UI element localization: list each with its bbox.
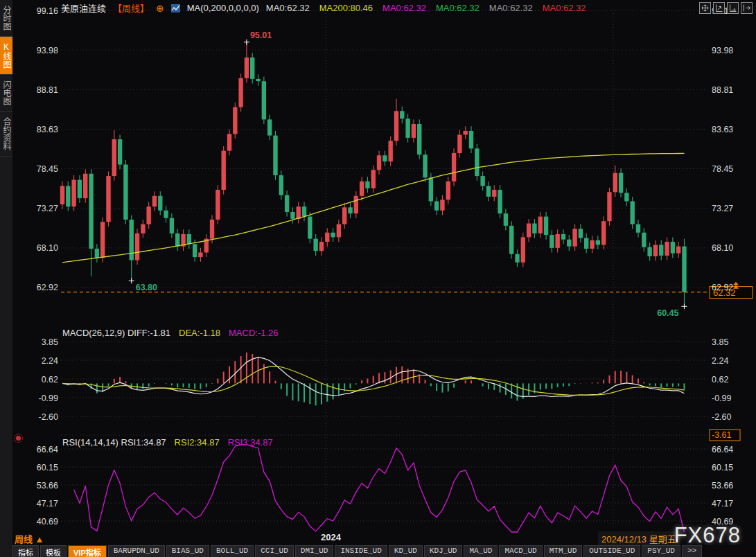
svg-text:47.17: 47.17 (37, 499, 58, 509)
svg-text:3.85: 3.85 (42, 337, 58, 347)
svg-text:68.10: 68.10 (37, 243, 58, 253)
svg-text:2.24: 2.24 (42, 356, 58, 366)
svg-text:73.27: 73.27 (712, 204, 733, 213)
tab-PSY_UD[interactable]: PSY_UD (642, 545, 680, 557)
tab-模板[interactable]: 模板 (40, 545, 67, 557)
pan-chart-icon[interactable] (699, 2, 711, 14)
svg-text:60.15: 60.15 (712, 463, 733, 472)
fit-horizontal-icon[interactable] (727, 2, 739, 14)
ma-value-label: MA0:62.32 (266, 3, 310, 13)
rsi-panel-header: RSI(14,14,14) RSI1:34.87 RSI2:34.87 RSI3… (62, 437, 273, 448)
sidebar-item-kline-chart[interactable]: K线图 (0, 37, 12, 75)
sidebar-item-contract-info[interactable]: 合约资料 (0, 112, 12, 157)
tab-MTM_UD[interactable]: MTM_UD (544, 545, 583, 557)
svg-text:-2.60: -2.60 (712, 412, 732, 422)
svg-text:-0.99: -0.99 (39, 394, 59, 403)
svg-text:60.15: 60.15 (37, 463, 58, 472)
svg-text:83.63: 83.63 (712, 125, 733, 134)
period-selector[interactable]: 周线 ▲ (15, 532, 44, 545)
ma-value-label: MA200:80.46 (319, 3, 373, 13)
svg-text:0.62: 0.62 (712, 375, 728, 384)
candlestick-mini-icon (171, 4, 180, 12)
symbol-name: 美原油连续 (61, 1, 106, 15)
ma-params-label: MA(0,200,0,0,0,0) (187, 3, 259, 13)
ma-value-label: MA0:62.32 (489, 3, 533, 13)
rsi-main-label: RSI(14,14,14) RSI1:34.87 (62, 437, 166, 448)
svg-text:78.45: 78.45 (712, 164, 733, 174)
macd-bottom-tag: -3.61 (710, 430, 740, 441)
tab-CCI_UD[interactable]: CCI_UD (255, 545, 294, 557)
svg-text:78.45: 78.45 (37, 164, 58, 174)
trading-app: 62.3295.0163.8060.4599.1699.1693.9893.98… (0, 0, 756, 557)
tab-KDJ_UD[interactable]: KDJ_UD (424, 545, 463, 557)
price-annotation: 95.01 (244, 30, 272, 45)
svg-text:0.62: 0.62 (42, 375, 58, 384)
svg-text:-2.60: -2.60 (39, 412, 59, 422)
fit-vertical-icon[interactable] (713, 2, 725, 14)
shift-right-icon[interactable] (741, 2, 753, 14)
tab-BOLL_UD[interactable]: BOLL_UD (211, 545, 254, 557)
price-axis-labels: 99.1699.1693.9893.9888.8188.8183.6383.63… (37, 6, 734, 293)
svg-text:53.66: 53.66 (712, 481, 733, 490)
tab-OUTSIDE_UD[interactable]: OUTSIDE_UD (583, 545, 640, 557)
chart-type-sidebar: 分时图K线图闪电图合约资料 (0, 0, 12, 557)
svg-text:40.69: 40.69 (37, 517, 58, 527)
rsi-line (74, 445, 685, 532)
svg-text:99.16: 99.16 (37, 6, 58, 16)
macd-dea-label: DEA:-1.18 (179, 328, 220, 338)
candlestick-series (60, 42, 687, 306)
price-annotation: 60.45 (657, 303, 687, 318)
svg-text:83.63: 83.63 (37, 125, 58, 134)
svg-text:73.27: 73.27 (37, 204, 58, 213)
tab-MA_UD[interactable]: MA_UD (464, 545, 498, 557)
svg-text:63.80: 63.80 (136, 283, 157, 292)
sidebar-item-time-chart[interactable]: 分时图 (0, 0, 12, 37)
svg-text:47.17: 47.17 (712, 499, 733, 509)
svg-text:88.81: 88.81 (712, 85, 733, 95)
svg-text:66.64: 66.64 (712, 445, 733, 454)
tab-MACD_UD[interactable]: MACD_UD (499, 545, 542, 557)
ma-values: MA0:62.32MA200:80.46MA0:62.32MA0:62.32MA… (266, 3, 586, 13)
svg-text:60.45: 60.45 (657, 308, 678, 318)
macd-main-label: MACD(26,12,9) DIFF:-1.81 (62, 328, 170, 338)
tab-BARUPDN_UD[interactable]: BARUPDN_UD (108, 545, 165, 557)
period-tag: 【周线】 (113, 1, 149, 15)
rsi2-label: RSI2:34.87 (175, 437, 220, 448)
ma-value-label: MA0:62.32 (383, 3, 426, 13)
svg-text:93.98: 93.98 (37, 46, 58, 55)
alert-marker-icon (16, 436, 21, 441)
cursor-date-label: 2024/12/13 星期五 (598, 531, 680, 546)
svg-text:66.64: 66.64 (37, 445, 58, 454)
add-indicator-icon[interactable]: ⊕ (156, 3, 164, 14)
gridlines (61, 10, 708, 529)
svg-text:88.81: 88.81 (37, 85, 58, 95)
svg-text:-0.99: -0.99 (712, 394, 732, 403)
tab-BIAS_UD[interactable]: BIAS_UD (166, 545, 209, 557)
tab-指标[interactable]: 指标 (12, 545, 39, 557)
footer-row: 周线 ▲ 2024 2024/12/13 星期五 FX678 (12, 530, 756, 545)
sidebar-item-flash-chart[interactable]: 闪电图 (0, 75, 12, 112)
tab->>[interactable]: >> (682, 545, 702, 557)
svg-text:93.98: 93.98 (712, 46, 733, 55)
svg-text:3.85: 3.85 (712, 337, 728, 347)
tab-INSIDE_UD[interactable]: INSIDE_UD (335, 545, 387, 557)
svg-text:53.66: 53.66 (37, 481, 58, 490)
chart-header: 美原油连续 【周线】 ⊕ MA(0,200,0,0,0,0) MA0:62.32… (61, 1, 586, 15)
svg-text:62.92: 62.92 (37, 283, 58, 292)
chart-canvas[interactable]: 62.3295.0163.8060.4599.1699.1693.9893.98… (0, 0, 756, 546)
tab-KD_UD[interactable]: KD_UD (389, 545, 423, 557)
svg-text:2.24: 2.24 (712, 356, 728, 366)
ma-value-label: MA0:62.32 (543, 3, 586, 13)
macd-panel-header: MACD(26,12,9) DIFF:-1.81 DEA:-1.18 MACD:… (62, 328, 279, 338)
svg-text:68.10: 68.10 (712, 243, 733, 253)
indicator-tab-bar: 指标模板VIP指标BARUPDN_UDBIAS_UDBOLL_UDCCI_UDD… (12, 545, 756, 557)
chart-toolbar (699, 2, 753, 14)
svg-text:95.01: 95.01 (250, 30, 272, 40)
x-axis-year-label: 2024 (321, 532, 341, 542)
ma-value-label: MA0:62.32 (436, 3, 480, 13)
rsi3-label: RSI3:34.87 (228, 437, 273, 448)
tab-DMI_UD[interactable]: DMI_UD (295, 545, 334, 557)
tab-VIP指标[interactable]: VIP指标 (68, 545, 107, 557)
fx678-watermark: FX678 (674, 523, 741, 548)
rsi-axis-labels: 66.6466.6460.1560.1553.6653.6647.1747.17… (37, 445, 734, 527)
